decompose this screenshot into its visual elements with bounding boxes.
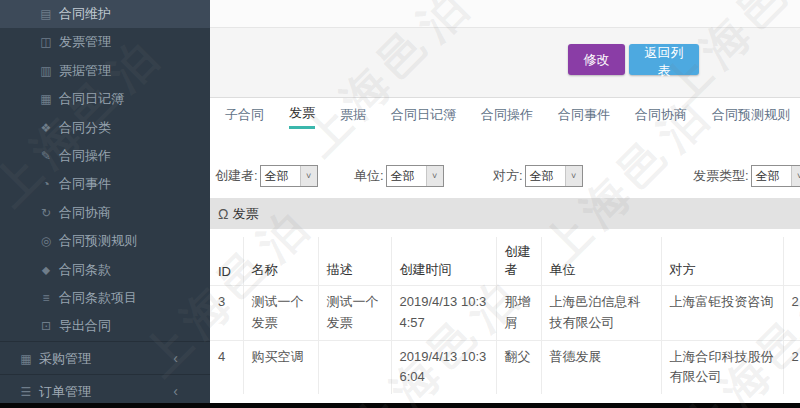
col-clipped xyxy=(783,237,800,286)
col-counterparty: 对方 xyxy=(661,237,783,286)
tab-invoice[interactable]: 发票 xyxy=(289,104,315,129)
sidebar-item-contract-maintenance[interactable]: ▤合同维护 xyxy=(0,0,210,28)
sidebar-group-purchase-management[interactable]: ▦采购管理 ‹ xyxy=(0,341,210,374)
sidebar-item-label: 合同维护 xyxy=(59,6,111,21)
tab-contract-forecast-rule[interactable]: 合同预测规则 xyxy=(712,106,790,126)
filter-counterparty-select[interactable]: 全部 ˅ xyxy=(525,165,583,187)
sidebar-item-label: 合同日记簿 xyxy=(59,91,124,106)
cell-counterparty: 上海富钜投资咨询 xyxy=(661,286,783,341)
cell-created: 2019/4/13 10:34:57 xyxy=(391,286,496,341)
sidebar-item-label: 合同协商 xyxy=(59,205,111,220)
contract-category-icon: ❖ xyxy=(37,114,55,142)
chevron-down-icon: ˅ xyxy=(791,166,800,186)
cell-created: 2019/4/13 10:36:04 xyxy=(391,340,496,394)
chevron-left-icon: ‹ xyxy=(173,342,178,375)
main-content: 修改 返回列表 子合同 发票 票据 合同日记簿 合同操作 合同事件 合同协商 合… xyxy=(210,0,800,403)
cell-id: 4 xyxy=(210,340,243,394)
cell-name: 测试一个发票 xyxy=(243,286,318,341)
cell-counterparty: 上海合印科技股份有限公司 xyxy=(661,340,783,394)
filter-invoice-type-select[interactable]: 全部 ˅ xyxy=(751,165,800,187)
table-row[interactable]: 4 购买空调 2019/4/13 10:36:04 翻父 普德发展 上海合印科技… xyxy=(210,340,800,394)
contract-negotiation-icon: ↻ xyxy=(37,199,55,227)
export-contract-icon: ⊡ xyxy=(37,312,55,340)
tab-contract-operation[interactable]: 合同操作 xyxy=(481,106,533,126)
chevron-down-icon: ˅ xyxy=(565,166,582,186)
tab-bar: 子合同 发票 票据 合同日记簿 合同操作 合同事件 合同协商 合同预测规则 合同… xyxy=(210,98,800,134)
sidebar-item-contract-term-items[interactable]: ≡合同条款项目 xyxy=(0,284,210,312)
sidebar-item-label: 合同条款 xyxy=(59,262,111,277)
cell-clipped: 2 ( xyxy=(783,340,800,394)
edit-button[interactable]: 修改 xyxy=(568,44,625,75)
sidebar-item-label: 合同预测规则 xyxy=(59,233,137,248)
sidebar-item-contract-forecast-rule[interactable]: ◎合同预测规则 xyxy=(0,227,210,255)
filter-creator-value: 全部 xyxy=(261,168,289,185)
contract-journal-icon: ▦ xyxy=(37,85,55,113)
order-management-icon: ☰ xyxy=(17,376,35,403)
contract-maintenance-icon: ▤ xyxy=(37,0,55,28)
filter-invoice-type: 发票类型: 全部 ˅ xyxy=(693,165,800,187)
filter-invoice-type-label: 发票类型: xyxy=(693,167,749,185)
sidebar-group-label: 采购管理 xyxy=(39,351,91,366)
chevron-left-icon: ‹ xyxy=(173,375,178,403)
cell-unit: 普德发展 xyxy=(541,340,661,394)
tab-bill[interactable]: 票据 xyxy=(340,106,366,126)
sidebar-item-contract-operation[interactable]: ✎合同操作 xyxy=(0,142,210,170)
filter-counterparty-value: 全部 xyxy=(526,168,554,185)
sidebar-item-label: 合同分类 xyxy=(59,120,111,135)
filter-creator-select[interactable]: 全部 ˅ xyxy=(260,165,318,187)
filter-unit-label: 单位: xyxy=(354,167,384,185)
invoice-person-icon: Ω xyxy=(218,206,228,222)
sidebar-item-export-contract[interactable]: ⊡导出合同 xyxy=(0,312,210,340)
table-header-row: ID 名称 描述 创建时间 创建者 单位 对方 xyxy=(210,237,800,286)
toolbar: 修改 返回列表 xyxy=(210,44,800,75)
filter-counterparty-label: 对方: xyxy=(493,167,523,185)
filter-unit: 单位: 全部 ˅ xyxy=(354,165,493,187)
col-name: 名称 xyxy=(243,237,318,286)
filter-unit-value: 全部 xyxy=(387,168,415,185)
sidebar-item-contract-event[interactable]: ◔合同事件 xyxy=(0,170,210,198)
invoice-table-wrap: ID 名称 描述 创建时间 创建者 单位 对方 3 测试一个发票 测试一个发票 xyxy=(210,237,800,394)
table-row[interactable]: 3 测试一个发票 测试一个发票 2019/4/13 10:34:57 那增屑 上… xyxy=(210,286,800,341)
sidebar-group-order-management[interactable]: ☰订单管理 ‹ xyxy=(0,374,210,403)
purchase-management-icon: ▦ xyxy=(17,343,35,376)
sidebar-group-label: 订单管理 xyxy=(39,384,91,399)
sidebar-item-contract-journal[interactable]: ▦合同日记簿 xyxy=(0,85,210,113)
sidebar-item-bill-management[interactable]: ▥票据管理 xyxy=(0,57,210,85)
detail-card: 子合同 发票 票据 合同日记簿 合同操作 合同事件 合同协商 合同预测规则 合同… xyxy=(210,97,800,403)
contract-event-icon: ◔ xyxy=(37,170,55,198)
cell-clipped: 2 ( xyxy=(783,286,800,341)
sidebar-item-label: 合同事件 xyxy=(59,176,111,191)
sidebar-item-label: 合同条款项目 xyxy=(59,290,137,305)
tab-contract-event[interactable]: 合同事件 xyxy=(558,106,610,126)
sidebar-item-invoice-management[interactable]: ◫发票管理 xyxy=(0,28,210,56)
section-header: Ω 发票 xyxy=(210,198,800,229)
sidebar-item-label: 票据管理 xyxy=(59,63,111,78)
top-strip xyxy=(210,0,800,28)
contract-term-items-icon: ≡ xyxy=(37,284,55,312)
filter-counterparty: 对方: 全部 ˅ xyxy=(493,165,632,187)
sidebar-item-contract-category[interactable]: ❖合同分类 xyxy=(0,114,210,142)
back-to-list-button[interactable]: 返回列表 xyxy=(629,44,699,75)
col-desc: 描述 xyxy=(318,237,391,286)
sidebar-item-contract-terms[interactable]: ⬥合同条款 xyxy=(0,256,210,284)
filter-unit-select[interactable]: 全部 ˅ xyxy=(386,165,444,187)
col-created: 创建时间 xyxy=(391,237,496,286)
filter-invoice-type-value: 全部 xyxy=(752,168,780,185)
filter-creator: 创建者: 全部 ˅ xyxy=(215,165,354,187)
contract-terms-icon: ⬥ xyxy=(37,256,55,284)
tab-contract-journal[interactable]: 合同日记簿 xyxy=(391,106,456,126)
chevron-down-icon: ˅ xyxy=(300,166,317,186)
cell-id: 3 xyxy=(210,286,243,341)
cell-desc: 测试一个发票 xyxy=(318,286,391,341)
cell-creator: 那增屑 xyxy=(496,286,541,341)
filter-creator-label: 创建者: xyxy=(215,167,258,185)
chevron-down-icon: ˅ xyxy=(426,166,443,186)
col-id: ID xyxy=(210,237,243,286)
sidebar-item-contract-negotiation[interactable]: ↻合同协商 xyxy=(0,199,210,227)
tab-subcontract[interactable]: 子合同 xyxy=(225,106,264,126)
contract-forecast-rule-icon: ◎ xyxy=(37,227,55,255)
sidebar-item-label: 发票管理 xyxy=(59,34,111,49)
cell-name: 购买空调 xyxy=(243,340,318,394)
cell-creator: 翻父 xyxy=(496,340,541,394)
tab-contract-negotiation[interactable]: 合同协商 xyxy=(635,106,687,126)
